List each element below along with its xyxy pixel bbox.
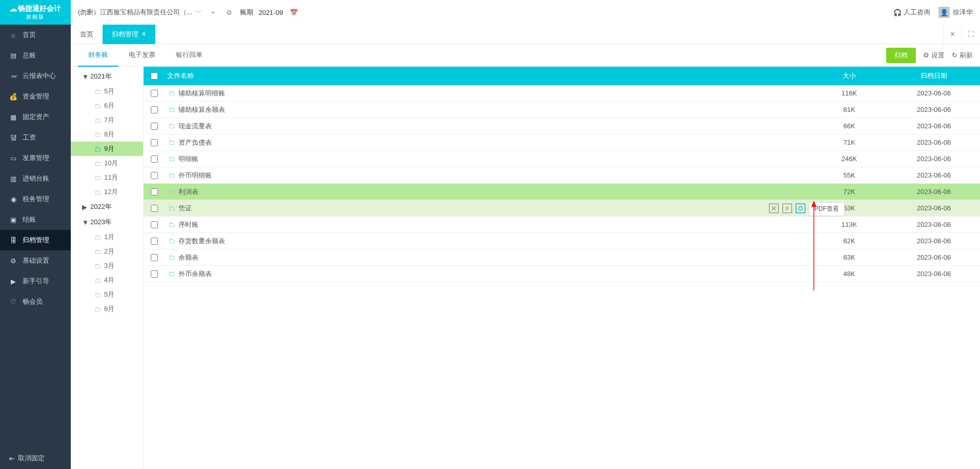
row-checkbox[interactable] xyxy=(151,238,158,245)
sidebar-item-inventory[interactable]: ▥进销台账 xyxy=(0,168,71,189)
tree-month-1月[interactable]: 🗀1月 xyxy=(71,230,143,244)
subtab-财务账[interactable]: 财务账 xyxy=(78,44,118,67)
row-checkbox[interactable] xyxy=(151,188,158,196)
header-date: 归档日期 xyxy=(888,71,980,81)
add-icon[interactable]: ＋ xyxy=(207,7,218,18)
file-date: 2023-06-06 xyxy=(888,188,980,196)
sidebar-item-label: 云报表中心 xyxy=(23,71,56,81)
table-row[interactable]: 🗀资产负债表 71K 2023-06-06 xyxy=(144,134,980,151)
subtab-银行回单[interactable]: 银行回单 xyxy=(166,44,213,67)
svg-rect-3 xyxy=(796,204,805,213)
tab-首页[interactable]: 首页 xyxy=(71,25,103,44)
calendar-icon[interactable]: 📅 xyxy=(288,7,299,18)
tax-icon: ◉ xyxy=(9,195,17,203)
sidebar-item-close-book[interactable]: ▣结账 xyxy=(0,209,71,230)
table-row[interactable]: 🗀明细账 246K 2023-06-06 xyxy=(144,151,980,167)
table-row[interactable]: 🗀辅助核算余额表 81K 2023-06-06 xyxy=(144,102,980,118)
close-all-tabs[interactable]: ✕ xyxy=(943,25,962,44)
file-date: 2023-06-06 xyxy=(888,204,980,212)
row-checkbox[interactable] xyxy=(151,123,158,130)
file-size: 116K xyxy=(811,89,888,97)
company-selector[interactable]: (勿删）江西服宝精品有限责任公司（... ﹀ xyxy=(78,8,202,17)
cloud-icon: ☁ xyxy=(10,5,17,13)
period-value[interactable]: 2021-09 xyxy=(258,9,283,16)
tree-month-10月[interactable]: 🗀10月 xyxy=(71,156,143,170)
file-date: 2023-06-06 xyxy=(888,221,980,228)
tree-month-12月[interactable]: 🗀12月 xyxy=(71,185,143,199)
tree-month-7月[interactable]: 🗀7月 xyxy=(71,113,143,127)
caret-icon: ▶ xyxy=(82,203,87,211)
table-row[interactable]: 🗀存货数量余额表 62K 2023-06-06 xyxy=(144,233,980,249)
table-row[interactable]: 🗀序时账 113K 2023-06-06 xyxy=(144,217,980,233)
brand-edition: 旗舰版 xyxy=(26,13,45,21)
tree-month-label: 6月 xyxy=(104,304,114,314)
pdf-view-icon[interactable] xyxy=(795,203,806,213)
sidebar-item-tax[interactable]: ◉税务管理 xyxy=(0,189,71,209)
select-all-checkbox[interactable] xyxy=(151,72,158,80)
sidebar-item-vip[interactable]: ♡畅会员 xyxy=(0,291,71,312)
tree-month-5月[interactable]: 🗀5月 xyxy=(71,84,143,99)
consult-link[interactable]: 🎧 人工咨询 xyxy=(893,8,930,17)
row-checkbox[interactable] xyxy=(151,270,158,278)
table-row[interactable]: 🗀辅助核算明细账 116K 2023-06-06 xyxy=(144,85,980,102)
tree-month-4月[interactable]: 🗀4月 xyxy=(71,273,143,287)
tree-month-label: 6月 xyxy=(104,101,114,110)
close-icon[interactable]: ✕ xyxy=(142,31,146,37)
tree-month-11月[interactable]: 🗀11月 xyxy=(71,170,143,185)
download-pdf-icon[interactable]: P xyxy=(782,203,792,213)
tree-year-2023年[interactable]: ▼2023年 xyxy=(71,214,143,230)
row-checkbox[interactable] xyxy=(151,254,158,261)
file-icon: 🗀 xyxy=(167,253,175,262)
archive-button[interactable]: 归档 xyxy=(886,48,916,63)
table-row[interactable]: 🗀外币明细账 55K 2023-06-06 xyxy=(144,167,980,184)
row-checkbox[interactable] xyxy=(151,90,158,97)
arrow-left-icon: ⇤ xyxy=(9,455,15,462)
sidebar-item-ledger[interactable]: ▤总账 xyxy=(0,45,71,66)
tabstrip: 首页归档管理✕ ✕ ⛶ xyxy=(71,25,980,44)
sidebar-item-guide[interactable]: ▶新手引导 xyxy=(0,271,71,291)
gear-icon[interactable]: ⚙ xyxy=(224,7,235,18)
subtab-电子发票[interactable]: 电子发票 xyxy=(118,44,166,67)
tree-month-9月[interactable]: 🗀9月 xyxy=(71,142,143,156)
tree-month-5月[interactable]: 🗀5月 xyxy=(71,287,143,302)
sidebar-item-home[interactable]: ⌂首页 xyxy=(0,25,71,45)
sidebar-item-settings[interactable]: ⚙基础设置 xyxy=(0,250,71,271)
tree-month-8月[interactable]: 🗀8月 xyxy=(71,127,143,142)
refresh-link[interactable]: ↻刷新 xyxy=(952,51,973,60)
row-checkbox[interactable] xyxy=(151,155,158,163)
tree-month-6月[interactable]: 🗀6月 xyxy=(71,302,143,316)
row-checkbox[interactable] xyxy=(151,106,158,113)
table-row[interactable]: 🗀利润表 72K 2023-06-06 xyxy=(144,184,980,200)
settings-link[interactable]: ⚙设置 xyxy=(923,51,945,60)
download-excel-icon[interactable] xyxy=(769,203,779,213)
table-row[interactable]: 🗀现金流量表 66K 2023-06-06 xyxy=(144,118,980,134)
sidebar-unpin[interactable]: ⇤ 取消固定 xyxy=(0,447,71,469)
brand-name: 畅捷通好会计 xyxy=(18,4,61,13)
table-row[interactable]: 🗀外币余额表 48K 2023-06-06 xyxy=(144,266,980,282)
topbar: (勿删）江西服宝精品有限责任公司（... ﹀ ＋ ⚙ 账期 2021-09 📅 … xyxy=(71,0,980,25)
sidebar-item-chart[interactable]: ⫘云报表中心 xyxy=(0,66,71,86)
file-size: 246K xyxy=(811,155,888,163)
caret-icon: ▼ xyxy=(82,73,87,81)
row-checkbox[interactable] xyxy=(151,221,158,228)
tree-month-6月[interactable]: 🗀6月 xyxy=(71,99,143,113)
row-checkbox[interactable] xyxy=(151,139,158,146)
folder-icon: 🗀 xyxy=(94,188,101,196)
sidebar-item-asset[interactable]: ▦固定资产 xyxy=(0,107,71,127)
fullscreen-toggle[interactable]: ⛶ xyxy=(962,25,980,44)
row-checkbox[interactable] xyxy=(151,172,158,179)
table-row[interactable]: 🗀凭证 53K 2023-06-06 P PDF查看 xyxy=(144,200,980,217)
sidebar-item-invoice[interactable]: ▭发票管理 xyxy=(0,148,71,168)
tree-month-3月[interactable]: 🗀3月 xyxy=(71,259,143,273)
sidebar-item-salary[interactable]: 덃工资 xyxy=(0,127,71,148)
user-menu[interactable]: 👤 徐泽华 xyxy=(938,7,973,18)
tree-month-2月[interactable]: 🗀2月 xyxy=(71,244,143,259)
tree-year-2022年[interactable]: ▶2022年 xyxy=(71,199,143,214)
sidebar-item-archive[interactable]: 🗄归档管理 xyxy=(0,230,71,250)
tree-year-2021年[interactable]: ▼2021年 xyxy=(71,69,143,84)
table-row[interactable]: 🗀余额表 83K 2023-06-06 xyxy=(144,249,980,266)
row-checkbox[interactable] xyxy=(151,205,158,212)
tab-归档管理[interactable]: 归档管理✕ xyxy=(103,25,155,44)
sidebar-item-money[interactable]: 💰资金管理 xyxy=(0,86,71,107)
file-date: 2023-06-06 xyxy=(888,89,980,97)
